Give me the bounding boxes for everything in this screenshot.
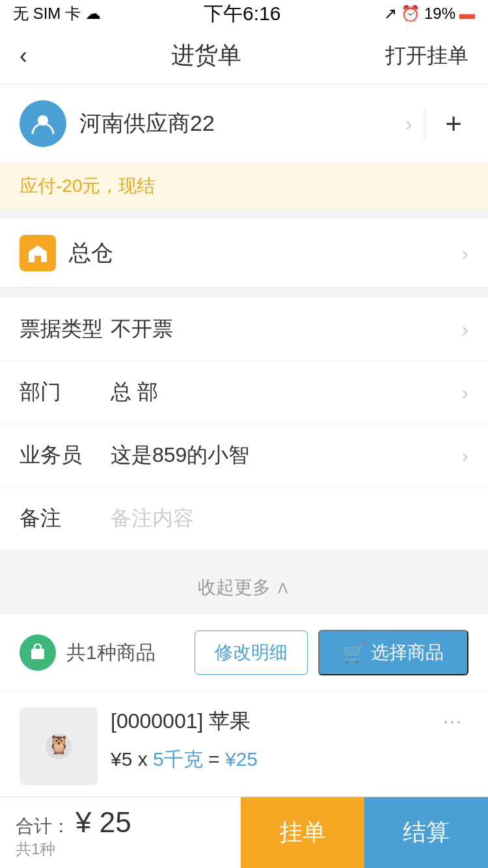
salesperson-row[interactable]: 业务员 这是859的小智 › <box>0 424 488 487</box>
product-title: 苹果 <box>209 709 251 733</box>
invoice-type-value: 不开票 <box>111 315 461 344</box>
total-amount-line: 合计： ¥ 25 <box>16 806 225 839</box>
supplier-notice: 应付-20元，现结 <box>0 163 488 209</box>
products-section: 共1种商品 修改明细 🛒 选择商品 🦉 [0000001] 苹果 <box>0 614 488 802</box>
page-title: 进货单 <box>171 40 241 72</box>
select-product-button[interactable]: 🛒 选择商品 <box>318 630 468 675</box>
department-chevron-icon: › <box>461 381 468 405</box>
nav-bar: ‹ 进货单 打开挂单 <box>0 27 488 85</box>
supplier-row[interactable]: 河南供应商22 › + <box>0 85 488 163</box>
salesperson-value: 这是859的小智 <box>111 441 461 470</box>
unit-price: ¥5 <box>111 748 132 770</box>
battery-level: 19% <box>424 5 455 23</box>
product-name: [0000001] 苹果 <box>111 707 436 736</box>
add-supplier-button[interactable]: + <box>439 107 468 140</box>
department-value: 总 部 <box>111 378 461 407</box>
salesperson-chevron-icon: › <box>461 444 468 468</box>
svg-rect-1 <box>34 256 41 262</box>
total-section: 合计： ¥ 25 共1种 <box>0 797 241 868</box>
product-more-button[interactable]: ··· <box>436 707 468 735</box>
remark-label: 备注 <box>20 504 111 533</box>
products-icon <box>20 634 56 671</box>
remark-input[interactable]: 备注内容 <box>111 504 468 533</box>
status-bar: 无 SIM 卡 ☁ 下午6:16 ↗ ⏰ 19% ▬ <box>0 0 488 27</box>
product-code: [0000001] <box>111 709 203 733</box>
edit-detail-button[interactable]: 修改明细 <box>195 631 308 675</box>
alarm-icon: ⏰ <box>401 5 420 23</box>
products-count: 共1种商品 <box>66 640 184 666</box>
form-card: 票据类型 不开票 › 部门 总 部 › 业务员 这是859的小智 › 备注 备注… <box>0 298 488 550</box>
open-pending-button[interactable]: 打开挂单 <box>385 42 468 70</box>
supplier-avatar <box>20 100 66 147</box>
main-content: 河南供应商22 › + 应付-20元，现结 总仓 › 票据类型 不开票 › <box>0 85 488 868</box>
back-button[interactable]: ‹ <box>20 42 27 70</box>
department-row[interactable]: 部门 总 部 › <box>0 361 488 424</box>
product-quantity: 5千克 <box>153 748 203 770</box>
warehouse-name: 总仓 <box>69 238 461 268</box>
status-right: ↗ ⏰ 19% ▬ <box>384 5 475 23</box>
cart-icon: 🛒 <box>343 642 366 664</box>
warehouse-row[interactable]: 总仓 › <box>0 219 488 288</box>
bottom-bar: 合计： ¥ 25 共1种 挂单 结算 <box>0 796 488 868</box>
remark-row[interactable]: 备注 备注内容 <box>0 487 488 550</box>
warehouse-chevron-icon: › <box>461 241 468 265</box>
supplier-chevron-icon: › <box>405 112 413 136</box>
products-header: 共1种商品 修改明细 🛒 选择商品 <box>0 614 488 692</box>
product-thumbnail: 🦉 <box>20 707 98 785</box>
status-time: 下午6:16 <box>204 1 280 27</box>
product-price: ¥5 x 5千克 = ¥25 <box>111 746 436 773</box>
supplier-divider <box>425 107 426 140</box>
svg-text:🦉: 🦉 <box>47 734 70 755</box>
total-count: 共1种 <box>16 839 225 860</box>
warehouse-card: 总仓 › <box>0 219 488 288</box>
total-label: 合计： <box>16 814 70 839</box>
location-icon: ↗ <box>384 5 397 23</box>
product-item: 🦉 [0000001] 苹果 ¥5 x 5千克 = ¥25 ··· <box>0 692 488 802</box>
invoice-type-row[interactable]: 票据类型 不开票 › <box>0 298 488 361</box>
product-info: [0000001] 苹果 ¥5 x 5千克 = ¥25 <box>111 707 436 773</box>
battery-icon: ▬ <box>459 5 475 23</box>
salesperson-label: 业务员 <box>20 441 111 470</box>
multiply-symbol: x <box>138 748 153 770</box>
svg-rect-2 <box>31 649 44 659</box>
equals-symbol: = <box>208 748 225 770</box>
supplier-card: 河南供应商22 › + 应付-20元，现结 <box>0 85 488 209</box>
department-label: 部门 <box>20 378 111 407</box>
supplier-name: 河南供应商22 <box>79 109 405 139</box>
status-left: 无 SIM 卡 ☁ <box>13 3 101 24</box>
total-value: ¥ 25 <box>75 806 131 839</box>
checkout-button[interactable]: 结算 <box>364 797 488 868</box>
sim-status: 无 SIM 卡 ☁ <box>13 3 101 24</box>
warehouse-icon <box>20 235 56 271</box>
collapse-bar[interactable]: 收起更多 ∧ <box>0 561 488 614</box>
invoice-type-label: 票据类型 <box>20 315 111 344</box>
hang-button[interactable]: 挂单 <box>241 797 364 868</box>
invoice-chevron-icon: › <box>461 318 468 342</box>
product-total: ¥25 <box>225 748 258 770</box>
